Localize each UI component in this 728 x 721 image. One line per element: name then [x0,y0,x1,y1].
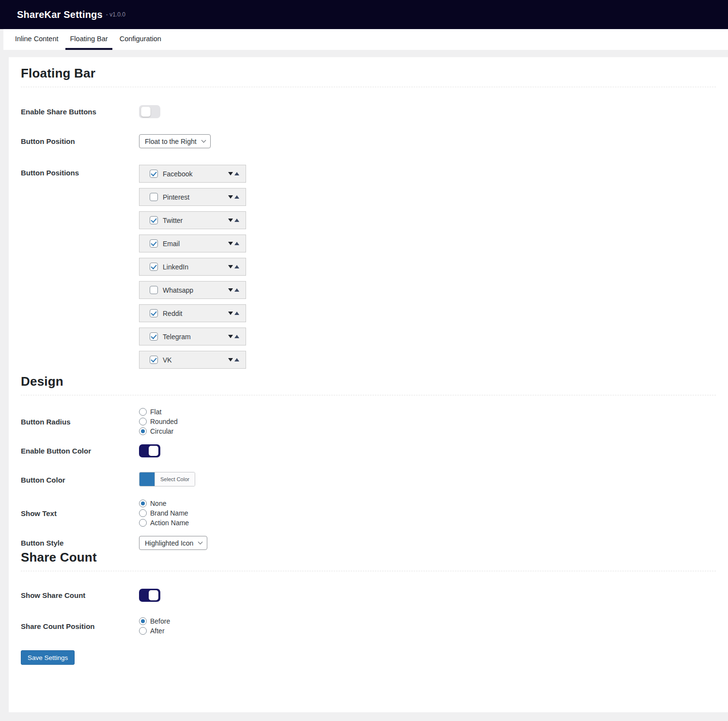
radio-label: Action Name [150,519,189,527]
reorder-controls[interactable] [228,195,239,199]
button-style-select[interactable]: Highlighted Icon [139,536,207,550]
radio-icon[interactable] [139,500,147,507]
network-label: VK [163,356,228,364]
section-divider [21,395,716,395]
reorder-controls[interactable] [228,358,239,361]
field-show-text: Show Text None Brand Name [21,499,716,528]
radio-icon[interactable] [139,617,147,625]
save-settings-button[interactable]: Save Settings [21,650,75,665]
tab-label: Floating Bar [70,35,108,43]
share-count-position-radio-group: Before After [139,616,716,636]
sort-up-icon[interactable] [234,335,239,338]
radio-label: Flat [150,408,161,416]
radio-icon[interactable] [139,427,147,435]
reorder-controls[interactable] [228,288,239,292]
radio-option[interactable]: Brand Name [139,508,716,518]
button-color-label: Button Color [21,476,139,484]
radio-option[interactable]: Rounded [139,417,716,426]
sort-down-icon[interactable] [228,195,233,199]
sort-down-icon[interactable] [228,219,233,222]
network-list: Facebook Pinterest [139,165,246,374]
sort-down-icon[interactable] [228,172,233,175]
reorder-controls[interactable] [228,172,239,175]
radio-option[interactable]: After [139,626,716,636]
app-version: - v1.0.0 [106,11,125,18]
network-label: Whatsapp [163,286,228,294]
radio-option[interactable]: Before [139,616,716,626]
sort-down-icon[interactable] [228,358,233,361]
sort-up-icon[interactable] [234,219,239,222]
network-label: LinkedIn [163,263,228,271]
network-checkbox[interactable] [150,239,158,248]
sort-up-icon[interactable] [234,288,239,292]
button-position-select[interactable]: Float to the Right [139,134,211,148]
sort-up-icon[interactable] [234,312,239,315]
radio-icon[interactable] [139,418,147,425]
reorder-controls[interactable] [228,312,239,315]
select-color-button[interactable]: Select Color [155,472,195,486]
reorder-controls[interactable] [228,242,239,245]
network-checkbox[interactable] [150,286,158,294]
reorder-controls[interactable] [228,265,239,268]
enable-button-color-toggle[interactable] [139,444,160,457]
sort-down-icon[interactable] [228,265,233,268]
radio-option[interactable]: Flat [139,407,716,417]
network-checkbox[interactable] [150,216,158,224]
tab[interactable]: Inline Content [11,29,62,50]
sort-down-icon[interactable] [228,288,233,292]
radio-icon[interactable] [139,509,147,517]
button-color-picker[interactable]: Select Color [139,472,195,486]
floating-bar-heading: Floating Bar [21,66,716,80]
button-position-label: Button Position [21,137,139,145]
show-share-count-toggle[interactable] [139,589,160,602]
network-row: Reddit [139,304,246,322]
sort-down-icon[interactable] [228,312,233,315]
network-checkbox[interactable] [150,170,158,178]
sort-up-icon[interactable] [234,172,239,175]
toggle-knob [141,107,151,117]
show-text-radio-group: None Brand Name Action Name [139,499,716,528]
radio-option[interactable]: Action Name [139,518,716,528]
network-row: VK [139,351,246,369]
reorder-controls[interactable] [228,219,239,222]
network-row: Email [139,235,246,252]
radio-icon[interactable] [139,519,147,527]
page: ShareKar Settings - v1.0.0 Inline Conten… [0,0,728,712]
sort-up-icon[interactable] [234,242,239,245]
section-share-count: Share Count Show Share Count Share Count… [21,550,716,636]
toggle-knob [149,446,158,456]
field-share-count-position: Share Count Position Before After [21,616,716,636]
network-checkbox[interactable] [150,309,158,317]
enable-share-buttons-toggle[interactable] [139,105,160,118]
tab-label: Inline Content [15,35,58,43]
radio-label: Before [150,617,170,625]
reorder-controls[interactable] [228,335,239,338]
radio-label: Brand Name [150,509,188,517]
color-swatch [139,472,155,486]
show-share-count-label: Show Share Count [21,591,139,599]
sort-up-icon[interactable] [234,265,239,268]
sort-down-icon[interactable] [228,335,233,338]
radio-label: Circular [150,427,173,435]
toggle-knob [149,590,158,600]
network-row: Twitter [139,211,246,229]
radio-icon[interactable] [139,627,147,635]
network-checkbox[interactable] [150,332,158,341]
design-heading: Design [21,374,716,389]
tab-bar: Inline Content Floating Bar Configuratio… [3,29,728,50]
network-checkbox[interactable] [150,193,158,201]
network-row: Facebook [139,165,246,183]
radio-option[interactable]: Circular [139,426,716,436]
tab[interactable]: Floating Bar [65,29,112,50]
button-style-value: Highlighted Icon [145,539,193,547]
network-checkbox[interactable] [150,356,158,364]
radio-icon[interactable] [139,408,147,416]
network-label: Email [163,240,228,248]
sort-down-icon[interactable] [228,242,233,245]
sort-up-icon[interactable] [234,195,239,199]
tab[interactable]: Configuration [115,29,166,50]
network-checkbox[interactable] [150,263,158,271]
radio-option[interactable]: None [139,499,716,508]
field-button-radius: Button Radius Flat Rounded [21,407,716,436]
sort-up-icon[interactable] [234,358,239,361]
